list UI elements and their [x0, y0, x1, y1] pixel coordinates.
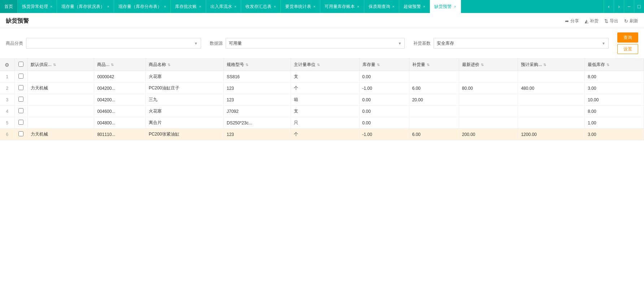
tab-summary[interactable]: 收发存汇总表 × — [241, 0, 280, 13]
tab-minimize-button[interactable]: − — [624, 0, 634, 13]
tab-stock-dist-close[interactable]: × — [164, 4, 166, 9]
row-name: 火花塞 — [145, 106, 223, 117]
col-stock-header: 库存量 ⇅ — [359, 59, 409, 71]
row-checkbox-cell[interactable] — [14, 83, 27, 94]
refresh-button[interactable]: ↻ 刷新 — [624, 18, 638, 24]
row-unit: 支 — [291, 71, 359, 83]
tab-batch-close[interactable]: × — [199, 4, 201, 9]
main-content: 缺货预警 ➦ 分享 ◭ 补货 ⇅ 导出 ↻ 刷新 商品分类 — [0, 13, 644, 287]
row-spec: 123 — [224, 83, 291, 94]
row-checkbox[interactable] — [18, 74, 23, 79]
col-price-label: 最新进价 — [462, 62, 479, 68]
tab-shortage-close[interactable]: × — [454, 4, 456, 9]
tab-stock-dist[interactable]: 现存量（库存分布表） × — [114, 0, 171, 13]
tab-abnormal[interactable]: 拣货异常处理 × — [18, 0, 57, 13]
tab-prev-button[interactable]: ‹ — [604, 0, 614, 13]
row-est-purchase — [518, 106, 585, 117]
sort-name-icon[interactable]: ⇅ — [167, 63, 170, 67]
datasource-select[interactable]: 可用量 ▼ — [226, 38, 405, 49]
row-replenish-qty — [409, 117, 459, 129]
row-checkbox[interactable] — [18, 108, 23, 113]
page-header: 缺货预警 ➦ 分享 ◭ 补货 ⇅ 导出 ↻ 刷新 — [0, 13, 644, 28]
sort-code-icon[interactable]: ⇅ — [111, 63, 114, 67]
sort-est-icon[interactable]: ⇅ — [543, 63, 546, 67]
row-checkbox-cell[interactable] — [14, 117, 27, 129]
tab-next-button[interactable]: › — [614, 0, 624, 13]
col-spec-header: 规格型号 ⇅ — [224, 59, 291, 71]
tab-home-label: 首页 — [4, 4, 13, 10]
share-label: 分享 — [570, 18, 579, 24]
tab-stock-status[interactable]: 现存量（库存状况表） × — [57, 0, 114, 13]
row-checkbox[interactable] — [18, 97, 23, 102]
row-name: 离合片 — [145, 117, 223, 129]
row-code: 801110... — [94, 129, 145, 140]
sort-replenish-icon[interactable]: ⇅ — [427, 63, 430, 67]
share-button[interactable]: ➦ 分享 — [565, 18, 579, 24]
tab-shortage[interactable]: 缺货预警 × — [430, 0, 461, 13]
tab-abnormal-close[interactable]: × — [50, 4, 52, 9]
tab-overstock[interactable]: 超储预警 × — [399, 0, 430, 13]
row-index: 4 — [0, 106, 14, 117]
tab-inout-label: 出入库流水 — [210, 4, 232, 10]
refresh-icon: ↻ — [624, 18, 628, 24]
col-unit-header: 主计量单位 ⇅ — [291, 59, 359, 71]
export-label: 导出 — [610, 18, 618, 24]
tab-batch-label: 库存批次账 — [175, 4, 197, 10]
tab-stock-status-close[interactable]: × — [107, 4, 109, 9]
sort-min-stock-icon[interactable]: ⇅ — [606, 63, 609, 67]
row-checkbox[interactable] — [18, 85, 23, 90]
row-checkbox[interactable] — [18, 120, 23, 125]
tab-expiry[interactable]: 保质期查询 × — [364, 0, 399, 13]
col-replenish-label: 补货量 — [412, 62, 425, 68]
col-checkbox-header[interactable] — [14, 59, 27, 71]
replenish-basis-select[interactable]: 安全库存 ▼ — [434, 38, 609, 49]
sort-stock-icon[interactable]: ⇅ — [377, 63, 380, 67]
tab-inout[interactable]: 出入库流水 × — [206, 0, 241, 13]
tab-inout-close[interactable]: × — [234, 4, 236, 9]
sort-unit-icon[interactable]: ⇅ — [317, 63, 320, 67]
replenish-label: 补货 — [590, 18, 599, 24]
export-icon: ⇅ — [604, 18, 608, 24]
col-supplier-header: 默认供应... ⇅ — [27, 59, 94, 71]
tab-abnormal-label: 拣货异常处理 — [22, 4, 48, 10]
sort-price-icon[interactable]: ⇅ — [481, 63, 484, 67]
tab-home[interactable]: 首页 — [0, 0, 18, 13]
header-actions: ➦ 分享 ◭ 补货 ⇅ 导出 ↻ 刷新 — [565, 18, 638, 24]
row-checkbox-cell[interactable] — [14, 71, 27, 83]
tab-expiry-close[interactable]: × — [392, 4, 395, 9]
row-latest-price: 80.00 — [459, 83, 518, 94]
row-index: 6 — [0, 129, 14, 140]
tab-maximize-button[interactable]: □ — [634, 0, 644, 13]
tab-requisition-close[interactable]: × — [313, 4, 316, 9]
tab-available-close[interactable]: × — [357, 4, 359, 9]
sort-spec-icon[interactable]: ⇅ — [245, 63, 248, 67]
table-row: 2 力天机械 004200... PC200油缸庄子 123 个 -1.00 6… — [0, 83, 644, 94]
tab-requisition[interactable]: 要货单统计表 × — [281, 0, 320, 13]
row-code: 004200... — [94, 94, 145, 106]
row-index: 5 — [0, 117, 14, 129]
query-button[interactable]: 查询 — [617, 32, 638, 43]
select-all-checkbox[interactable] — [18, 62, 23, 67]
col-gear[interactable]: ⚙ — [0, 59, 14, 71]
gear-icon[interactable]: ⚙ — [5, 62, 9, 68]
row-min-stock: 3.00 — [585, 129, 644, 140]
row-checkbox-cell[interactable] — [14, 129, 27, 140]
row-checkbox[interactable] — [18, 131, 23, 136]
table-body: 1 0000042 火花塞 SS816 支 0.00 8.00 2 力天机械 0… — [0, 71, 644, 140]
tab-overstock-close[interactable]: × — [423, 4, 425, 9]
export-button[interactable]: ⇅ 导出 — [604, 18, 618, 24]
settings-button[interactable]: 设置 — [617, 44, 638, 54]
tab-available[interactable]: 可用量库存账本 × — [320, 0, 364, 13]
row-checkbox-cell[interactable] — [14, 106, 27, 117]
sort-supplier-icon[interactable]: ⇅ — [53, 63, 56, 67]
replenish-basis-value: 安全库存 — [437, 40, 454, 47]
row-spec: J7092 — [224, 106, 291, 117]
category-select[interactable]: ▼ — [26, 38, 201, 49]
tab-batch[interactable]: 库存批次账 × — [171, 0, 206, 13]
row-checkbox-cell[interactable] — [14, 94, 27, 106]
replenish-button[interactable]: ◭ 补货 — [585, 18, 599, 24]
row-spec: DS250*23c... — [224, 117, 291, 129]
row-min-stock: 3.00 — [585, 83, 644, 94]
row-name: 三九 — [145, 94, 223, 106]
tab-summary-close[interactable]: × — [274, 4, 276, 9]
